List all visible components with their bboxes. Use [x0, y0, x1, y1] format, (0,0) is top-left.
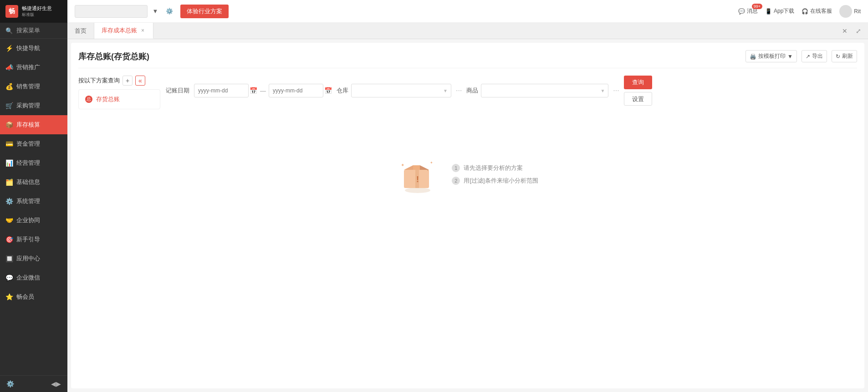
calendar-end-icon[interactable]: 📅: [324, 87, 332, 94]
topbar-settings-btn[interactable]: ⚙️: [163, 5, 176, 18]
messages-btn[interactable]: 💬 消息 99+: [738, 7, 758, 15]
warehouse-select-wrap: ▼: [351, 84, 451, 97]
message-icon: 💬: [738, 8, 745, 15]
basic-icon: 🗂️: [5, 178, 13, 186]
goods-select[interactable]: [481, 84, 608, 97]
topbar: ▼ ⚙️ 体验行业方案 💬 消息 99+ 📱 App下载 🎧 在线客服 Rit: [67, 0, 868, 23]
empty-tip-1: 1 请先选择要分析的方案: [452, 164, 538, 172]
filter-section: 按以下方案查询 + « 总 存货总账 记账日期: [78, 76, 857, 110]
page-header: 库存总账(存货总账) 🖨️ 按模板打印 ▼ ↗ 导出 ↻ 刷新: [78, 50, 857, 68]
date-separator: —: [260, 87, 266, 94]
sidebar-item-operation[interactable]: 📊 经营管理: [0, 153, 67, 173]
sidebar-search[interactable]: 🔍 搜索菜单: [0, 23, 67, 39]
svg-text:!: !: [416, 175, 419, 184]
page-inner: 库存总账(存货总账) 🖨️ 按模板打印 ▼ ↗ 导出 ↻ 刷新: [71, 43, 864, 388]
sidebar-item-marketing[interactable]: 📣 营销推广: [0, 58, 67, 77]
add-scheme-btn[interactable]: +: [123, 76, 133, 86]
empty-state: ! ✦ ✦ ✦ 1 请先选择要分析的方案 2 用[过滤]条件来缩小: [78, 117, 857, 231]
user-profile[interactable]: Rit: [839, 5, 861, 18]
filter-header-label: 按以下方案查询: [78, 76, 120, 85]
sidebar-item-purchase[interactable]: 🛒 采购管理: [0, 96, 67, 115]
export-button[interactable]: ↗ 导出: [802, 50, 827, 62]
sidebar-item-guide[interactable]: 🎯 新手引导: [0, 230, 67, 249]
collapse-scheme-btn[interactable]: «: [135, 76, 145, 86]
topbar-left: ▼ ⚙️: [75, 5, 176, 18]
sidebar-item-system[interactable]: ⚙️ 系统管理: [0, 192, 67, 211]
collapse-icon[interactable]: ◀▶: [51, 380, 61, 387]
date-start-input[interactable]: [194, 84, 249, 97]
page-content: 库存总账(存货总账) 🖨️ 按模板打印 ▼ ↗ 导出 ↻ 刷新: [67, 39, 868, 392]
scheme-item-inventory[interactable]: 总 存货总账: [79, 92, 160, 107]
logo-text: 畅捷通好生意 标准版: [22, 5, 52, 18]
quick-nav-icon: ⚡: [5, 45, 13, 52]
scheme-list: 总 存货总账: [78, 89, 160, 109]
search-panel: 记账日期 📅 — 📅 仓库: [166, 76, 857, 110]
sidebar-item-membership[interactable]: ⭐ 畅会员: [0, 287, 67, 306]
warehouse-label: 仓库: [337, 87, 348, 95]
print-button[interactable]: 🖨️ 按模板打印 ▼: [745, 50, 797, 62]
svg-text:✦: ✦: [427, 169, 429, 172]
date-end-input[interactable]: [269, 84, 323, 97]
search-icon: 🔍: [5, 27, 13, 34]
online-support-btn[interactable]: 🎧 在线客服: [802, 7, 832, 15]
goods-group: 商品 ▼ ···: [466, 84, 619, 97]
marketing-icon: 📣: [5, 64, 13, 71]
empty-illustration: ! ✦ ✦ ✦ 1 请先选择要分析的方案 2 用[过滤]条件来缩小: [397, 154, 538, 195]
cooperation-icon: 🤝: [5, 217, 13, 224]
sidebar-item-finance[interactable]: 💳 资金管理: [0, 134, 67, 153]
svg-marker-4: [413, 165, 420, 170]
topbar-right: 💬 消息 99+ 📱 App下载 🎧 在线客服 Rit: [738, 5, 861, 18]
settings-button[interactable]: 设置: [624, 92, 652, 106]
warehouse-group: 仓库 ▼ ···: [337, 84, 462, 97]
sidebar-item-basic[interactable]: 🗂️ 基础信息: [0, 173, 67, 192]
operation-icon: 📊: [5, 159, 13, 167]
goods-more-btn[interactable]: ···: [613, 87, 619, 95]
tab-close-right-btn[interactable]: ✕: [839, 25, 851, 37]
empty-box-illustration: ! ✦ ✦ ✦: [397, 154, 438, 195]
industry-solution-button[interactable]: 体验行业方案: [180, 5, 229, 18]
tip-num-1: 1: [452, 164, 460, 172]
sidebar-item-app-center[interactable]: 🔲 应用中心: [0, 249, 67, 268]
topbar-dropdown-btn[interactable]: ▼: [150, 6, 160, 16]
printer-icon: 🖨️: [750, 53, 756, 60]
query-button[interactable]: 查询: [624, 76, 652, 89]
sidebar-footer: ⚙️ ◀▶: [0, 375, 67, 392]
guide-icon: 🎯: [5, 236, 13, 243]
warehouse-select[interactable]: [351, 84, 451, 97]
main-area: ▼ ⚙️ 体验行业方案 💬 消息 99+ 📱 App下载 🎧 在线客服 Rit: [67, 0, 868, 392]
settings-footer-icon[interactable]: ⚙️: [6, 380, 14, 387]
app-logo: 畅 畅捷通好生意 标准版: [0, 0, 67, 23]
scheme-panel: 按以下方案查询 + « 总 存货总账: [78, 76, 160, 109]
tab-close-btn[interactable]: ×: [140, 27, 146, 34]
filter-row-1: 记账日期 📅 — 📅 仓库: [166, 76, 857, 106]
tab-home[interactable]: 首页: [67, 23, 94, 39]
sidebar: 畅 畅捷通好生意 标准版 🔍 搜索菜单 ⚡ 快捷导航 📣 营销推广 💰 销售管理…: [0, 0, 67, 392]
app-center-icon: 🔲: [5, 255, 13, 262]
goods-label: 商品: [466, 87, 478, 95]
tip-num-2: 2: [452, 177, 460, 185]
sidebar-item-quick-nav[interactable]: ⚡ 快捷导航: [0, 39, 67, 58]
svg-text:✦: ✦: [401, 163, 404, 168]
purchase-icon: 🛒: [5, 102, 13, 109]
sales-icon: 💰: [5, 83, 13, 90]
empty-tips: 1 请先选择要分析的方案 2 用[过滤]条件来缩小分析范围: [452, 164, 538, 185]
svg-marker-2: [404, 165, 413, 170]
tab-expand-btn[interactable]: ⤢: [853, 25, 864, 37]
sidebar-nav: ⚡ 快捷导航 📣 营销推广 💰 销售管理 🛒 采购管理 📦 库存核算 💳 资金管…: [0, 39, 67, 375]
app-download-btn[interactable]: 📱 App下载: [765, 7, 794, 15]
warehouse-more-btn[interactable]: ···: [456, 87, 462, 95]
calendar-start-icon[interactable]: 📅: [250, 87, 257, 94]
filter-header: 按以下方案查询 + «: [78, 76, 160, 86]
topbar-search-input[interactable]: [75, 5, 148, 18]
goods-select-wrap: ▼: [481, 84, 608, 97]
phone-icon: 📱: [765, 8, 772, 15]
refresh-button[interactable]: ↻ 刷新: [832, 50, 857, 62]
sidebar-item-inventory[interactable]: 📦 库存核算: [0, 115, 67, 134]
scheme-icon: 总: [85, 96, 92, 103]
sidebar-item-cooperation[interactable]: 🤝 企业协同: [0, 211, 67, 230]
sidebar-item-enterprise-wechat[interactable]: 💬 企业微信: [0, 268, 67, 287]
print-dropdown-icon: ▼: [787, 53, 793, 60]
sidebar-item-sales[interactable]: 💰 销售管理: [0, 77, 67, 96]
membership-icon: ⭐: [5, 293, 13, 300]
tab-inventory-ledger[interactable]: 库存成本总账 ×: [94, 23, 153, 39]
